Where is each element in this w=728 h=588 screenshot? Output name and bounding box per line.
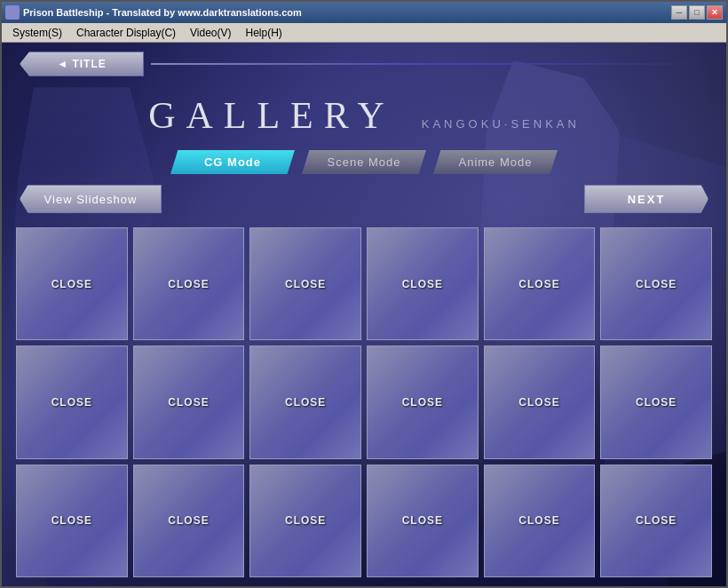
- app-icon: [5, 5, 20, 20]
- title-bar-left: Prison Battleship - Translated by www.da…: [5, 5, 302, 20]
- slideshow-button[interactable]: View Slideshow: [20, 185, 162, 213]
- window-title: Prison Battleship - Translated by www.da…: [23, 7, 302, 18]
- gallery-title: GALLERY: [148, 94, 395, 137]
- main-content: ◄ TITLE GALLERY KANGOKU·SENKAN CG Mode S…: [2, 43, 726, 586]
- menu-system[interactable]: System(S): [5, 25, 69, 41]
- mode-scene-button[interactable]: Scene Mode: [302, 150, 426, 174]
- thumbnail-6[interactable]: CLOSE: [600, 227, 712, 340]
- menu-help[interactable]: Help(H): [239, 25, 289, 41]
- thumbnail-14[interactable]: CLOSE: [133, 465, 245, 577]
- title-nav-bar: ◄ TITLE: [2, 43, 726, 85]
- gallery-title-row: GALLERY KANGOKU·SENKAN: [20, 94, 708, 137]
- thumbnail-12[interactable]: CLOSE: [600, 346, 712, 458]
- thumbnail-1[interactable]: CLOSE: [16, 227, 128, 340]
- window-controls: ─ □ ✕: [671, 5, 723, 20]
- thumbnail-grid: CLOSE CLOSE CLOSE CLOSE CLOSE CLOSE: [2, 222, 726, 586]
- thumbnail-7[interactable]: CLOSE: [16, 346, 128, 458]
- title-nav-button[interactable]: ◄ TITLE: [20, 52, 144, 76]
- title-bar: Prison Battleship - Translated by www.da…: [2, 2, 726, 23]
- thumbnail-15[interactable]: CLOSE: [249, 465, 361, 577]
- menu-bar: System(S) Character Display(C) Video(V) …: [2, 23, 726, 43]
- thumbnail-3[interactable]: CLOSE: [249, 227, 361, 340]
- thumbnail-10[interactable]: CLOSE: [367, 346, 479, 458]
- main-window: Prison Battleship - Translated by www.da…: [0, 0, 728, 588]
- mode-anime-button[interactable]: Anime Mode: [433, 150, 558, 174]
- gallery-header: GALLERY KANGOKU·SENKAN: [2, 85, 726, 150]
- ui-overlay: ◄ TITLE GALLERY KANGOKU·SENKAN CG Mode S…: [2, 43, 726, 586]
- thumbnail-13[interactable]: CLOSE: [16, 465, 128, 577]
- thumbnail-17[interactable]: CLOSE: [484, 465, 596, 577]
- maximize-button[interactable]: □: [689, 5, 705, 20]
- menu-video[interactable]: Video(V): [183, 25, 238, 41]
- thumbnail-18[interactable]: CLOSE: [600, 465, 712, 577]
- thumbnail-8[interactable]: CLOSE: [133, 346, 245, 458]
- title-line: [151, 63, 708, 65]
- mode-cg-button[interactable]: CG Mode: [170, 150, 295, 174]
- thumbnail-9[interactable]: CLOSE: [249, 346, 361, 458]
- minimize-button[interactable]: ─: [671, 5, 687, 20]
- thumbnail-5[interactable]: CLOSE: [484, 227, 596, 340]
- gallery-subtitle: KANGOKU·SENKAN: [422, 117, 580, 131]
- thumbnail-2[interactable]: CLOSE: [133, 227, 245, 340]
- thumbnail-16[interactable]: CLOSE: [367, 465, 479, 577]
- mode-buttons: CG Mode Scene Mode Anime Mode: [2, 150, 726, 185]
- thumbnail-4[interactable]: CLOSE: [367, 227, 479, 340]
- thumbnail-11[interactable]: CLOSE: [484, 346, 596, 458]
- nav-row: View Slideshow NEXT: [2, 185, 726, 222]
- menu-character[interactable]: Character Display(C): [69, 25, 183, 41]
- close-window-button[interactable]: ✕: [707, 5, 723, 20]
- next-button[interactable]: NEXT: [584, 185, 708, 213]
